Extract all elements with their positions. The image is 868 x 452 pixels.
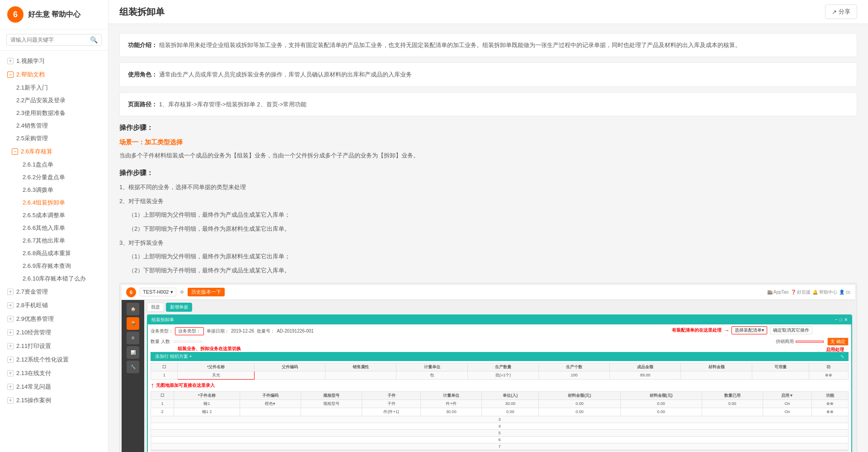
sidebar-item-2.6.5[interactable]: 2.6.5成本调整单 (0, 209, 108, 222)
sidebar-item-2.11[interactable]: + 2.11打印设置 (0, 339, 108, 353)
steps-title: 操作步骤： (119, 169, 857, 177)
path-text: 1、库存核算->库存管理->组装拆卸单 2、首页->常用功能 (159, 101, 307, 108)
step3: 3、对于拆装业务 (119, 238, 857, 249)
sim-sub-col-unit: 计量单位 (421, 391, 482, 400)
sim-icon-helpcenter: 🔔 帮助中心 (812, 289, 837, 295)
sidebar-item-2.6.3[interactable]: 2.6.3调拨单 (0, 184, 108, 196)
sim-col-parent-name: *父件名称 (178, 363, 255, 371)
sidebar-item-2.6.7[interactable]: 2.6.7其他出库单 (0, 234, 108, 247)
sim-annotation4-text: 无图地添加可直接在这里录入 (156, 382, 215, 389)
sidebar-item-2.6[interactable]: − 2.6库存核算 (0, 145, 108, 158)
sidebar-item-2.6.8[interactable]: 2.6.8商品成本重算 (0, 247, 108, 260)
sidebar-item-2.5[interactable]: 2.5采购管理 (0, 132, 108, 145)
sim-icon-avatar: 👤 cc (839, 290, 850, 295)
sim-col-parent-code: 父件编码 (254, 363, 325, 371)
sim-sub-col-check: ☐ (151, 391, 174, 400)
sidebar-item-2.9[interactable]: + 2.9优惠券管理 (0, 312, 108, 326)
sim-cell: 0.00 (620, 408, 702, 416)
path-box: 页面路径： 1、库存核算->库存管理->组装拆卸单 2、首页->常用功能 (119, 92, 857, 116)
sidebar-item-2.3[interactable]: 2.3使用前数据准备 (0, 107, 108, 119)
sidebar: 6 好生意 帮助中心 🔍 + 1.视频学习 − 2.帮助文档 2.1新手入门 2… (0, 0, 108, 452)
expand-2.14-icon: + (7, 384, 14, 390)
search-icon[interactable]: 🔍 (90, 36, 98, 43)
sim-add-row-text: 添加行 组织方案 + (155, 353, 192, 360)
sim-col-unit: 计量单位 (396, 363, 467, 371)
page-title: 组装拆卸单 (119, 6, 165, 18)
step3-sub1: （1）上部明细为父件明细，最终作为原材料生成某它出库单； (119, 251, 857, 262)
role-box: 使用角色： 通常由生产人员或库管人员完成拆装业务的操作，库管人员确认原材料的出库… (119, 62, 857, 86)
intro-label: 功能介绍： (128, 42, 157, 48)
sidebar-item-2.8[interactable]: + 2.8手机旺铺 (0, 299, 108, 312)
sidebar-item-video[interactable]: + 1.视频学习 (0, 54, 108, 68)
sim-sub-col-code: 子件编码 (240, 391, 301, 400)
sidebar-item-2.10[interactable]: + 2.10经营管理 (0, 326, 108, 339)
sidebar-item-2.6.10[interactable]: 2.6.10库存账本错了么办 (0, 272, 108, 285)
sim-settings-icon: ⚙ (180, 290, 184, 295)
sim-supplier-input (796, 341, 824, 343)
sidebar-item-2.6.1[interactable]: 2.6.1盘点单 (0, 158, 108, 171)
sidebar-item-2.14[interactable]: + 2.14常见问题 (0, 380, 108, 394)
step2-sub2: （2）下部明细为子件明细，最终作为原材料生成某它出库单。 (119, 224, 857, 235)
sim-window: 组装拆卸单 − □ ✕ (147, 314, 852, 452)
sim-icon-help: ❓ 好后援 (791, 289, 811, 295)
sidebar-item-2.7[interactable]: + 2.7资金管理 (0, 285, 108, 299)
sim-minimize-icon[interactable]: − (835, 317, 838, 322)
sim-cell (702, 408, 763, 416)
sidebar-item-2.4[interactable]: 2.4销售管理 (0, 119, 108, 132)
sim-header-fields: 业务类型： 业务类型： 单据日期： 2019-12-26 批量号： (151, 327, 849, 335)
sim-cell: 89.00 (610, 371, 681, 379)
scene1-desc: 当由多个子件材料组装成一个成品的业务为【组装】业务，当由一个父件拆分成多个子产品… (119, 150, 857, 162)
sim-cell: On (763, 408, 811, 416)
sim-batchno-label: 批量号： (257, 328, 275, 334)
table-row: 3 (151, 416, 849, 423)
sidebar-item-2.6.4[interactable]: 2.6.4组装拆卸单 (0, 196, 108, 209)
sim-cell: 30.00 (482, 400, 539, 408)
expand-2.8-icon: + (7, 302, 14, 309)
sidebar-item-2.15[interactable]: + 2.15操作案例 (0, 394, 108, 407)
nav-tree: + 1.视频学习 − 2.帮助文档 2.1新手入门 2.2产品安装及登录 2.3… (0, 51, 108, 452)
sim-icon-apptao: 🏬 AppTao (767, 290, 789, 295)
sim-cell: 0.00 (702, 400, 763, 408)
sim-cell: 4 (151, 423, 849, 429)
sim-maximize-icon[interactable]: □ (840, 317, 842, 322)
sim-other-btn: 确定取消其它操作 (770, 326, 812, 334)
path-label: 页面路径： (128, 101, 157, 108)
sim-date-label: 单据日期： (207, 328, 229, 334)
sidebar-item-2.6.6[interactable]: 2.6.6其他入库单 (0, 222, 108, 234)
search-input[interactable] (10, 37, 90, 43)
sim-nav-reports: 📊 (127, 346, 139, 359)
sim-window-body: 业务类型： 业务类型： 单据日期： 2019-12-26 批量号： (148, 324, 851, 452)
app-name: 好生意 帮助中心 (28, 10, 80, 19)
sim-col-product-amt: 成品金额 (610, 363, 681, 371)
sidebar-item-2.6.2[interactable]: 2.6.2分量盘点单 (0, 171, 108, 184)
sim-annotation2-text: 组装业务、拆卸业务在这里切换 (178, 346, 241, 351)
sim-left-nav: 🏠 📦 ⚙ 📊 🔧 (122, 300, 144, 452)
logo-area: 6 好生意 帮助中心 (0, 0, 108, 29)
sim-history-btn: 历史版本一下 (188, 288, 225, 296)
sim-supplier-field: 供销商用 (776, 338, 824, 345)
sidebar-item-2.1[interactable]: 2.1新手入门 (0, 81, 108, 94)
expand-2.7-icon: + (7, 289, 14, 295)
search-box[interactable]: 🔍 (6, 34, 102, 46)
sidebar-item-2.2[interactable]: 2.2产品安装及登录 (0, 94, 108, 107)
sim-sub-col-unit-in: 单位(入) (482, 391, 539, 400)
sim-tab-new: 新增单据 (166, 303, 192, 312)
sim-col-available: 可用量 (752, 363, 809, 371)
sim-type-label: 业务类型： (151, 328, 173, 334)
role-text: 通常由生产人员或库管人员完成拆装业务的操作，库管人员确认原材料的出库和产成品的入… (159, 71, 412, 78)
sim-close-icon[interactable]: ✕ (844, 317, 848, 322)
sidebar-item-2.13[interactable]: + 2.13在线支付 (0, 366, 108, 380)
sim-cell: ⊕⊗ (811, 400, 848, 408)
sim-cell: 批(=1个) (467, 371, 538, 379)
share-button[interactable]: ↗ 分享 (825, 5, 857, 19)
sidebar-item-2.6.9[interactable]: 2.6.9库存账本查询 (0, 260, 108, 272)
sim-batchno-field: 批量号： AD-20191226-001 (257, 328, 314, 334)
sidebar-item-2.12[interactable]: + 2.12系统个性化设置 (0, 353, 108, 366)
sim-cell: 1 (151, 371, 178, 379)
sidebar-item-docs[interactable]: − 2.帮助文档 (0, 68, 108, 81)
sim-date-field: 单据日期： 2019-12-26 (207, 328, 254, 334)
sim-select-bom-btn: 选择装配清单▾ (731, 326, 767, 334)
sim-tab-list: 我是 (147, 303, 164, 312)
intro-box: 功能介绍： 组装拆卸单用来处理企业组装或拆卸等加工业务，支持有固定装配清单的产品… (119, 33, 857, 57)
sim-cell: 3 (151, 416, 849, 423)
